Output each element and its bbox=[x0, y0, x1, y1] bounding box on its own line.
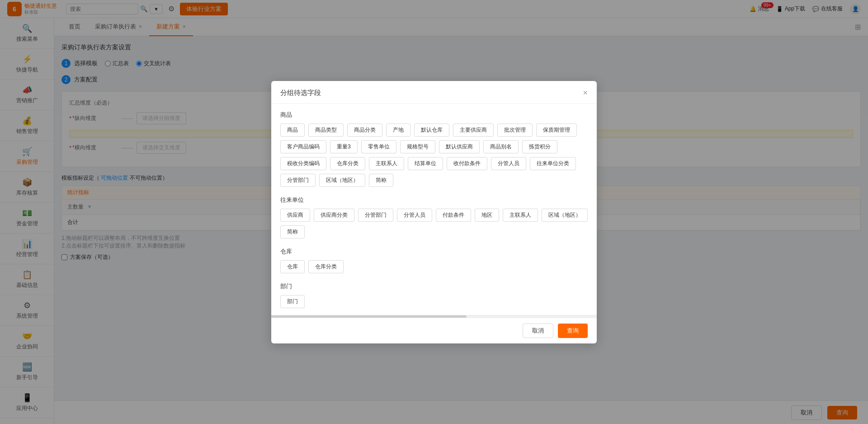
modal-dialog: 分组待选字段 × 商品 商品 商品类型 商品分类 产地 默认仓库 主要供应商 批… bbox=[271, 81, 597, 343]
tag-goods-16[interactable]: 仓库分类 bbox=[330, 157, 365, 170]
tag-goods-20[interactable]: 分管人员 bbox=[491, 157, 526, 170]
tag-dept-0[interactable]: 部门 bbox=[280, 295, 305, 308]
modal-body: 商品 商品 商品类型 商品分类 产地 默认仓库 主要供应商 批次管理 保质期管理… bbox=[271, 104, 597, 315]
modal-confirm-button[interactable]: 查询 bbox=[558, 324, 588, 338]
goods-tags: 商品 商品类型 商品分类 产地 默认仓库 主要供应商 批次管理 保质期管理 客户… bbox=[280, 124, 588, 187]
tag-goods-21[interactable]: 往来单位分类 bbox=[530, 157, 576, 170]
modal-close-button[interactable]: × bbox=[583, 88, 588, 98]
tag-partner-3[interactable]: 分管人员 bbox=[397, 209, 432, 222]
tag-goods-24[interactable]: 简称 bbox=[369, 174, 393, 187]
section-warehouse: 仓库 仓库 仓库分类 bbox=[280, 248, 588, 273]
tag-partner-5[interactable]: 地区 bbox=[475, 209, 499, 222]
tag-goods-22[interactable]: 分管部门 bbox=[280, 174, 316, 187]
tag-goods-23[interactable]: 区域（地区） bbox=[319, 174, 365, 187]
section-goods: 商品 商品 商品类型 商品分类 产地 默认仓库 主要供应商 批次管理 保质期管理… bbox=[280, 111, 588, 187]
warehouse-tags: 仓库 仓库分类 bbox=[280, 260, 588, 273]
tag-goods-15[interactable]: 税收分类编码 bbox=[280, 157, 326, 170]
section-warehouse-title: 仓库 bbox=[280, 248, 588, 256]
tag-goods-7[interactable]: 保质期管理 bbox=[536, 124, 577, 137]
tag-goods-10[interactable]: 零售单位 bbox=[361, 140, 396, 153]
tag-goods-5[interactable]: 主要供应商 bbox=[453, 124, 494, 137]
tag-partner-0[interactable]: 供应商 bbox=[280, 209, 310, 222]
tag-partner-1[interactable]: 供应商分类 bbox=[314, 209, 354, 222]
section-partner-title: 往来单位 bbox=[280, 196, 588, 204]
section-partner: 往来单位 供应商 供应商分类 分管部门 分管人员 付款条件 地区 主联系人 区域… bbox=[280, 196, 588, 238]
tag-goods-1[interactable]: 商品类型 bbox=[308, 124, 344, 137]
scrollbar-thumb bbox=[271, 315, 467, 318]
modal-cancel-button[interactable]: 取消 bbox=[523, 324, 553, 338]
section-department-title: 部门 bbox=[280, 282, 588, 291]
modal-overlay: 分组待选字段 × 商品 商品 商品类型 商品分类 产地 默认仓库 主要供应商 批… bbox=[0, 0, 868, 424]
tag-goods-13[interactable]: 商品别名 bbox=[483, 140, 519, 153]
tag-goods-17[interactable]: 主联系人 bbox=[369, 157, 404, 170]
modal-title: 分组待选字段 bbox=[280, 89, 321, 97]
tag-partner-6[interactable]: 主联系人 bbox=[503, 209, 538, 222]
tag-goods-19[interactable]: 收付款条件 bbox=[447, 157, 487, 170]
tag-warehouse-1[interactable]: 仓库分类 bbox=[308, 260, 344, 273]
partner-tags: 供应商 供应商分类 分管部门 分管人员 付款条件 地区 主联系人 区域（地区） … bbox=[280, 209, 588, 238]
tag-partner-2[interactable]: 分管部门 bbox=[358, 209, 393, 222]
tag-goods-0[interactable]: 商品 bbox=[280, 124, 305, 137]
department-tags: 部门 bbox=[280, 295, 588, 308]
tag-goods-6[interactable]: 批次管理 bbox=[497, 124, 533, 137]
tag-goods-3[interactable]: 产地 bbox=[386, 124, 410, 137]
tag-warehouse-0[interactable]: 仓库 bbox=[280, 260, 305, 273]
tag-goods-11[interactable]: 规格型号 bbox=[400, 140, 435, 153]
tag-goods-4[interactable]: 默认仓库 bbox=[414, 124, 449, 137]
tag-goods-12[interactable]: 默认供应商 bbox=[439, 140, 480, 153]
tag-partner-4[interactable]: 付款条件 bbox=[436, 209, 471, 222]
tag-partner-8[interactable]: 简称 bbox=[280, 225, 305, 238]
tag-goods-2[interactable]: 商品分类 bbox=[347, 124, 382, 137]
tag-goods-9[interactable]: 重量3 bbox=[330, 140, 358, 153]
modal-footer: 取消 查询 bbox=[271, 318, 597, 343]
modal-scrollbar-x[interactable] bbox=[271, 315, 597, 318]
tag-goods-14[interactable]: 拣货积分 bbox=[522, 140, 557, 153]
tag-goods-8[interactable]: 客户商品编码 bbox=[280, 140, 326, 153]
modal-header: 分组待选字段 × bbox=[271, 81, 597, 104]
tag-goods-18[interactable]: 结算单位 bbox=[408, 157, 443, 170]
section-department: 部门 部门 bbox=[280, 282, 588, 308]
section-goods-title: 商品 bbox=[280, 111, 588, 119]
tag-partner-7[interactable]: 区域（地区） bbox=[542, 209, 588, 222]
